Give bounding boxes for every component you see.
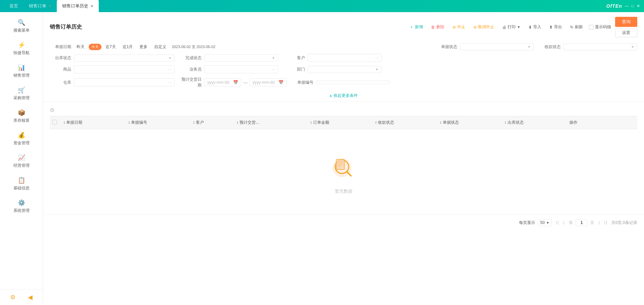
date-tab-custom[interactable]: 自定义 — [152, 43, 169, 50]
import-button[interactable]: ⬇ 导入 — [526, 23, 543, 31]
import-label: 导入 — [533, 24, 541, 30]
print-button[interactable]: 🖨 打印 ▼ — [500, 23, 522, 31]
tab-sales-order-history[interactable]: 销售订单历史 ✕ — [57, 0, 99, 12]
date-tab-more[interactable]: 更多 — [137, 43, 150, 50]
table-settings-icon[interactable]: ⚙ — [50, 107, 54, 113]
col-out-status-label: ↕ 出库状态 — [505, 120, 524, 125]
dept-arrow: ▼ — [375, 68, 379, 71]
tab-sales-order-close[interactable]: ✕ — [48, 4, 51, 8]
order-status-select[interactable]: ▼ — [460, 43, 534, 50]
tab-sales-order[interactable]: 销售订单 ✕ — [24, 0, 57, 12]
window-maximize[interactable]: □ — [632, 4, 634, 8]
per-page-label: 每页显示 — [519, 220, 535, 226]
receipt-status-select[interactable]: ▼ — [563, 43, 637, 50]
sidebar-item-inventory-calc[interactable]: 📦 库存核算 — [0, 105, 43, 127]
query-button[interactable]: 查询 — [615, 17, 637, 27]
refresh-button[interactable]: ↻ 刷新 — [568, 23, 585, 31]
table-col-date: ↕ 单据日期 — [60, 116, 125, 129]
sidebar-item-purchase-mgmt[interactable]: 🛒 采购管理 — [0, 82, 43, 105]
col-order-status-label: ↕ 单据状态 — [440, 120, 459, 125]
collapse-arrow-icon: ∧ — [329, 93, 332, 98]
sidebar-item-search-menu[interactable]: 🔍 搜索菜单 — [0, 15, 43, 37]
order-no-input[interactable] — [316, 81, 390, 84]
outbound-status-select[interactable]: ▼ — [74, 54, 175, 62]
salesman-input[interactable]: ··· — [204, 65, 278, 73]
add-button[interactable]: ＋ 新增 — [407, 23, 425, 31]
tab-home[interactable]: 首页 — [4, 0, 24, 12]
header-checkbox[interactable] — [52, 120, 57, 124]
receipt-status-arrow: ▼ — [631, 45, 634, 49]
salesman-ellipsis: ··· — [272, 67, 275, 72]
customer-label: 客户 — [284, 55, 308, 61]
table-header-checkbox[interactable] — [50, 116, 60, 129]
sidebar-collapse-icon[interactable]: ◀ — [28, 294, 33, 301]
display-columns-label: 显示码细 — [595, 24, 611, 30]
col-customer-label: ↕ 客户 — [193, 120, 204, 125]
export-button[interactable]: ⬆ 导出 — [547, 23, 564, 31]
receipt-status-label: 收款状态 — [539, 44, 563, 50]
date-tab-1month[interactable]: 近1月 — [120, 43, 136, 50]
warehouse-label: 仓库 — [50, 80, 74, 85]
settings-button[interactable]: 设置 — [615, 28, 637, 37]
per-page-select[interactable]: 50 ▼ — [538, 219, 552, 226]
date-filter-section: 昨天 今天 近7天 近1月 更多 自定义 2023-06-02 至 2023-0… — [74, 43, 430, 50]
window-close[interactable]: ✕ — [637, 4, 640, 8]
sidebar-item-sales-mgmt[interactable]: 📊 销售管理 — [0, 60, 43, 82]
delete-label: 删除 — [436, 24, 444, 30]
table-col-order-status: ↕ 单据状态 — [437, 116, 502, 129]
search-menu-icon: 🔍 — [18, 19, 25, 26]
date-tab-yesterday[interactable]: 昨天 — [74, 43, 87, 50]
date-tab-7days[interactable]: 近7天 — [103, 43, 119, 50]
col-date-label: ↕ 单据日期 — [63, 120, 82, 125]
page-input[interactable] — [575, 219, 588, 226]
page-last-btn[interactable]: ⟩⟩ — [603, 220, 609, 226]
dept-select[interactable]: ▼ — [308, 66, 382, 73]
page-next-btn[interactable]: ⟩ — [597, 220, 601, 226]
table-container: ⚙ ↕ 单据日期 ↕ 单据编号 ↕ — [43, 104, 644, 215]
table-col-no: ↕ 单据编号 — [125, 116, 190, 129]
product-input[interactable]: ··· — [74, 65, 175, 73]
table-col-out-status: ↕ 出库状态 — [502, 116, 567, 129]
complete-status-select[interactable]: ▼ — [204, 54, 278, 62]
window-minimize[interactable]: — — [625, 4, 629, 8]
sidebar-item-quick-nav[interactable]: ⚡ 快捷导航 — [0, 37, 43, 60]
sidebar-item-capital-mgmt-label: 资金管理 — [13, 140, 30, 146]
delivery-date-from[interactable]: yyyy-mm-dd 📅 — [204, 78, 241, 86]
page-jump-label: 第 — [567, 219, 574, 226]
date-range-display: 2023-06-02 至 2023-06-02 — [172, 44, 215, 49]
expected-delivery-range: yyyy-mm-dd 📅 — yyyy-mm-dd 📅 — [204, 78, 287, 86]
window-brand: OfTEn — [606, 3, 622, 9]
per-page-value: 50 — [540, 220, 545, 225]
collapse-more-conditions[interactable]: ∧ 收起更多条件 — [50, 91, 637, 100]
page-first-btn[interactable]: ⟨⟨ — [554, 220, 560, 226]
tab-sales-order-history-close[interactable]: ✕ — [90, 4, 93, 8]
add-icon: ＋ — [410, 24, 414, 30]
page-prev-btn[interactable]: ⟨ — [562, 220, 566, 226]
purchase-mgmt-icon: 🛒 — [18, 86, 25, 94]
sales-mgmt-icon: 📊 — [18, 64, 25, 71]
filter-row-1: 单据日期 昨天 今天 近7天 近1月 更多 自定义 2023-06-02 至 2… — [50, 43, 637, 50]
delete-button[interactable]: 🗑 删除 — [429, 23, 446, 31]
customer-input[interactable]: ··· — [308, 54, 382, 62]
warehouse-input[interactable]: ··· — [74, 78, 175, 86]
col-action-label: 操作 — [569, 120, 577, 125]
sidebar-item-system-mgmt[interactable]: ⚙️ 系统管理 — [0, 195, 43, 218]
col-receipt-status-label: ↕ 收款状态 — [375, 120, 394, 125]
sidebar-settings-icon[interactable]: ⚙ — [10, 294, 15, 301]
import-icon: ⬇ — [528, 25, 532, 30]
display-columns-check[interactable]: 显示码细 — [589, 24, 611, 30]
date-tab-today[interactable]: 今天 — [89, 44, 101, 50]
delivery-date-to[interactable]: yyyy-mm-dd 📅 — [250, 78, 287, 86]
cancel-stop-button[interactable]: ⊘ 取消中止 — [471, 23, 496, 31]
pagination-nav: ⟨⟨ ⟨ 第 页 ⟩ ⟩⟩ — [554, 219, 609, 226]
sidebar-item-operation-mgmt[interactable]: 📈 经营管理 — [0, 150, 43, 173]
sidebar-item-capital-mgmt[interactable]: 💰 资金管理 — [0, 127, 43, 150]
add-label: 新增 — [415, 24, 423, 30]
table-header: ↕ 单据日期 ↕ 单据编号 ↕ 客户 ↕ 预计交货... ↕ 订单金额 — [50, 116, 637, 129]
stop-button[interactable]: ⊘ 中止 — [450, 23, 467, 31]
stop-icon: ⊘ — [453, 25, 456, 30]
order-status-label: 单据状态 — [436, 44, 460, 50]
toolbar: ＋ 新增 🗑 删除 ⊘ 中止 ⊘ 取消中止 🖨 打印 — [407, 17, 637, 37]
print-label: 打印 — [508, 24, 516, 30]
sidebar-item-basic-info[interactable]: 📋 基础信息 — [0, 173, 43, 195]
